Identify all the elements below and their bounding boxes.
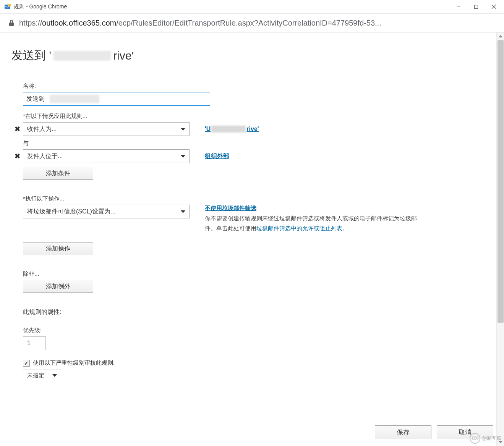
do-action-label: *执行以下操作... xyxy=(23,195,493,202)
redacted-text xyxy=(211,126,246,133)
window-title: 规则 - Google Chrome xyxy=(14,3,67,10)
chevron-down-icon xyxy=(181,155,185,158)
maximize-button[interactable] xyxy=(467,1,485,13)
form-area: 名称: *在以下情况应用此规则... ✖ 收件人为... 'U rive' xyxy=(11,82,493,381)
content-wrapper: 发送到 ' rive' 名称: *在以下情况应用此规则... ✖ 收件人为...… xyxy=(0,32,504,446)
info-inline-link[interactable]: 垃圾邮件筛选中的允许或阻止列表。 xyxy=(256,225,348,231)
chevron-down-icon xyxy=(181,128,185,131)
condition-dropdown-recipient[interactable]: 收件人为... xyxy=(23,122,190,136)
chevron-down-icon xyxy=(52,374,57,377)
add-condition-button[interactable]: 添加条件 xyxy=(23,167,93,180)
address-bar: https://outlook.office365.com/ecp/RulesE… xyxy=(0,14,504,32)
priority-label: 优先级: xyxy=(23,327,493,334)
redacted-text xyxy=(53,51,111,61)
name-input[interactable] xyxy=(23,92,210,106)
app-icon xyxy=(4,3,11,11)
page-title: 发送到 ' rive' xyxy=(11,48,493,63)
minimize-button[interactable] xyxy=(450,1,467,13)
condition-value-link[interactable]: 组织外部 xyxy=(205,152,229,160)
remove-condition-icon[interactable]: ✖ xyxy=(12,152,22,160)
scrollbar-thumb[interactable] xyxy=(498,40,504,323)
apply-rule-label: *在以下情况应用此规则... xyxy=(23,113,493,120)
lock-icon xyxy=(8,19,15,27)
add-exception-button[interactable]: 添加例外 xyxy=(23,280,93,293)
condition-value-link[interactable]: 'U rive' xyxy=(205,126,259,133)
watermark-logo: CX xyxy=(470,433,480,444)
remove-condition-icon[interactable]: ✖ xyxy=(12,125,22,133)
chevron-down-icon xyxy=(181,210,185,213)
properties-label: 此规则的属性: xyxy=(23,308,493,316)
window-titlebar: 规则 - Google Chrome xyxy=(0,0,504,14)
vertical-scrollbar[interactable] xyxy=(496,32,504,446)
action-dropdown-scl[interactable]: 将垃圾邮件可信度(SCL)设置为... xyxy=(23,205,190,218)
close-button[interactable] xyxy=(485,1,502,13)
watermark: CX 创新互联 xyxy=(470,433,502,444)
action-info-panel: 不使用垃圾邮件筛选 你不需要创建传输规则来绕过垃圾邮件筛选或将发件人或域的电子邮… xyxy=(205,205,419,233)
name-label: 名称: xyxy=(23,82,493,90)
info-title-link[interactable]: 不使用垃圾邮件筛选 xyxy=(205,205,256,212)
except-label: 除非... xyxy=(23,270,493,278)
info-text: 你不需要创建传输规则来绕过垃圾邮件筛选或将发件人或域的电子邮件标记为垃圾邮件。单… xyxy=(205,213,419,233)
audit-checkbox[interactable] xyxy=(23,360,30,367)
condition-dropdown-sender[interactable]: 发件人位于... xyxy=(23,149,190,163)
priority-input[interactable] xyxy=(23,336,46,350)
audit-checkbox-label: 使用以下严重性级别审核此规则: xyxy=(33,359,115,367)
page-content: 发送到 ' rive' 名称: *在以下情况应用此规则... ✖ 收件人为...… xyxy=(0,32,504,424)
svg-rect-3 xyxy=(475,5,478,8)
save-button[interactable]: 保存 xyxy=(375,425,431,439)
svg-rect-6 xyxy=(9,23,14,26)
add-action-button[interactable]: 添加操作 xyxy=(23,242,93,255)
svg-rect-1 xyxy=(8,4,11,6)
audit-severity-dropdown[interactable]: 未指定 xyxy=(23,370,61,381)
and-label: 与 xyxy=(23,140,493,147)
scroll-up-arrow[interactable] xyxy=(497,32,504,40)
url-text[interactable]: https://outlook.office365.com/ecp/RulesE… xyxy=(19,19,381,27)
